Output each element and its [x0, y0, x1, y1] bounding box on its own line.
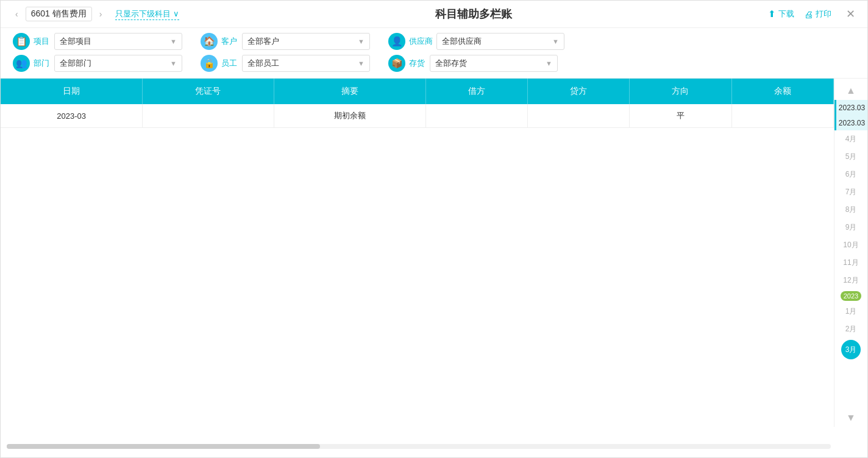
show-sub-label: 只显示下级科目	[115, 9, 171, 19]
cell-summary: 期初余额	[274, 104, 425, 128]
show-sub-arrow: ∨	[173, 9, 179, 18]
sidebar-month-label-2: 2023.03	[839, 119, 865, 127]
filter-row-2: 👥 部门 全部部门 ▼ 🔒 员工 全部员工 ▼ 📦 存货 全部存货 ▼	[1, 52, 867, 79]
col-direction: 方向	[630, 79, 731, 104]
cell-date: 2023-03	[1, 104, 143, 128]
sidebar-month-label-1: 2023.03	[839, 104, 865, 112]
col-voucher: 凭证号	[143, 79, 274, 104]
cell-balance	[731, 104, 833, 128]
title-left: ‹ 6601 销售费用 › 只显示下级科目 ∨	[13, 7, 179, 21]
close-button[interactable]: ✕	[846, 7, 855, 21]
print-icon: 🖨	[804, 9, 813, 19]
sidebar-month-12[interactable]: 12月	[841, 272, 861, 289]
filter-customer: 🏠 客户 全部客户 ▼	[201, 33, 370, 50]
show-sub-toggle[interactable]: 只显示下级科目 ∨	[115, 9, 179, 20]
filter-row-1: 📋 项目 全部项目 ▼ 🏠 客户 全部客户 ▼ 👤 供应商 全部供应商 ▼	[1, 28, 867, 52]
customer-select[interactable]: 全部客户 ▼	[242, 33, 370, 50]
sidebar-month-2023-03-bottom[interactable]: 2023.03	[834, 115, 867, 130]
col-date: 日期	[1, 79, 143, 104]
title-actions: ⬆ 下载 🖨 打印 ✕	[768, 7, 855, 21]
ledger-table: 日期 凭证号 摘要 借方 贷方 方向 余额 2023-03 期初余额	[1, 79, 834, 128]
supplier-icon: 👤	[388, 33, 405, 50]
cell-credit	[528, 104, 630, 128]
page-title: 科目辅助多栏账	[435, 7, 512, 21]
sidebar-month-7[interactable]: 7月	[843, 183, 859, 201]
cell-direction: 平	[630, 104, 731, 128]
employee-arrow: ▼	[358, 60, 365, 67]
inventory-icon: 📦	[388, 55, 405, 72]
sidebar-month-9[interactable]: 9月	[843, 219, 859, 236]
nav-prev-arrow[interactable]: ‹	[13, 8, 21, 20]
customer-arrow: ▼	[358, 38, 365, 45]
employee-value: 全部员工	[247, 58, 279, 69]
sidebar-month-1[interactable]: 1月	[843, 303, 859, 320]
employee-icon: 🔒	[201, 55, 218, 72]
department-label: 部门	[34, 58, 51, 69]
cell-debit	[425, 104, 527, 128]
main-window: ‹ 6601 销售费用 › 只显示下级科目 ∨ 科目辅助多栏账 ⬆ 下载 🖨 打…	[0, 0, 868, 458]
sidebar-month-10[interactable]: 10月	[841, 236, 861, 254]
print-button[interactable]: 🖨 打印	[804, 9, 831, 19]
content-area: 日期 凭证号 摘要 借方 贷方 方向 余额 2023-03 期初余额	[1, 79, 867, 427]
download-label: 下载	[778, 9, 794, 19]
department-icon: 👥	[13, 55, 30, 72]
department-value: 全部部门	[60, 58, 91, 69]
sidebar-month-2[interactable]: 2月	[843, 320, 859, 338]
filter-project: 📋 项目 全部项目 ▼	[13, 33, 182, 50]
employee-label: 员工	[221, 58, 238, 69]
download-button[interactable]: ⬆ 下载	[768, 9, 794, 19]
filter-department: 👥 部门 全部部门 ▼	[13, 55, 182, 72]
nav-next-arrow[interactable]: ›	[97, 8, 105, 20]
customer-value: 全部客户	[247, 36, 279, 47]
project-icon: 📋	[13, 33, 30, 50]
project-select[interactable]: 全部项目 ▼	[54, 33, 182, 50]
col-balance: 余额	[731, 79, 833, 104]
col-summary: 摘要	[274, 79, 425, 104]
sidebar-month-6[interactable]: 6月	[843, 166, 859, 183]
sidebar-month-2023-03-top[interactable]: 2023.03	[834, 100, 867, 115]
filter-supplier: 👤 供应商 全部供应商 ▼	[388, 33, 564, 50]
department-arrow: ▼	[170, 60, 177, 67]
cell-voucher	[143, 104, 274, 128]
customer-label: 客户	[221, 36, 238, 47]
inventory-select[interactable]: 全部存货 ▼	[430, 55, 558, 72]
right-sidebar: ▲ 2023.03 2023.03 4月 5月 6月 7月 8月 9月 10月 …	[834, 79, 867, 427]
table-header-row: 日期 凭证号 摘要 借方 贷方 方向 余额	[1, 79, 834, 104]
table-container[interactable]: 日期 凭证号 摘要 借方 贷方 方向 余额 2023-03 期初余额	[1, 79, 834, 427]
filter-inventory: 📦 存货 全部存货 ▼	[388, 55, 558, 72]
employee-select[interactable]: 全部员工 ▼	[242, 55, 370, 72]
title-bar: ‹ 6601 销售费用 › 只显示下级科目 ∨ 科目辅助多栏账 ⬆ 下载 🖨 打…	[1, 1, 867, 28]
customer-icon: 🏠	[201, 33, 218, 50]
inventory-value: 全部存货	[435, 58, 467, 69]
inventory-label: 存货	[409, 58, 426, 69]
sidebar-month-8[interactable]: 8月	[843, 201, 859, 219]
account-code[interactable]: 6601 销售费用	[26, 7, 92, 21]
project-arrow: ▼	[170, 38, 177, 45]
supplier-select[interactable]: 全部供应商 ▼	[436, 33, 564, 50]
sidebar-month-4[interactable]: 4月	[843, 130, 859, 148]
supplier-label: 供应商	[409, 36, 433, 47]
sidebar-month-11[interactable]: 11月	[841, 254, 861, 272]
supplier-value: 全部供应商	[442, 36, 482, 47]
sidebar-month-5[interactable]: 5月	[843, 148, 859, 166]
sidebar-month-3-active[interactable]: 3月	[841, 340, 861, 359]
print-label: 打印	[816, 9, 831, 19]
inventory-arrow: ▼	[546, 60, 552, 67]
col-credit: 贷方	[528, 79, 630, 104]
filter-employee: 🔒 员工 全部员工 ▼	[201, 55, 370, 72]
sidebar-up-arrow[interactable]: ▲	[842, 82, 859, 100]
download-icon: ⬆	[768, 9, 776, 19]
supplier-arrow: ▼	[552, 38, 559, 45]
col-debit: 借方	[425, 79, 527, 104]
table-row: 2023-03 期初余额 平	[1, 104, 834, 128]
sidebar-down-arrow[interactable]: ▼	[842, 409, 859, 427]
project-value: 全部项目	[60, 36, 91, 47]
sidebar-year-2023[interactable]: 2023	[841, 291, 861, 301]
project-label: 项目	[34, 36, 51, 47]
department-select[interactable]: 全部部门 ▼	[54, 55, 182, 72]
